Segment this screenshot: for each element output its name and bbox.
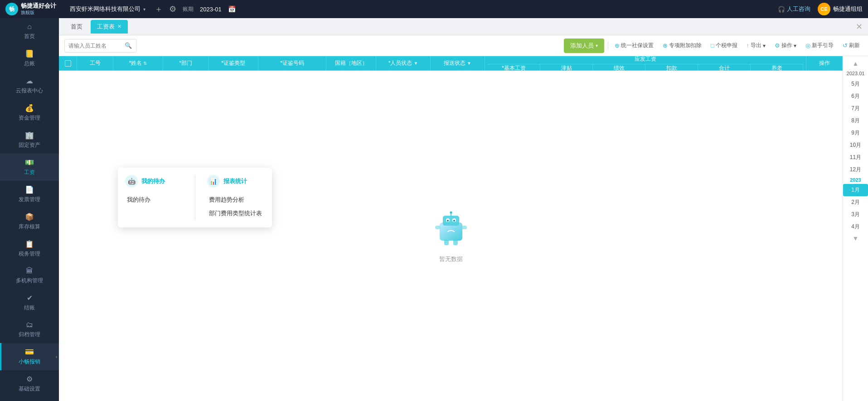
tab-salary-label: 工资表 <box>97 23 115 31</box>
month-item-7[interactable]: 7月 <box>843 102 868 115</box>
export-label: 导出 <box>751 42 761 49</box>
month-nav-up[interactable]: ▲ <box>843 58 868 69</box>
month-item-6[interactable]: 6月 <box>843 90 868 102</box>
month-item-12[interactable]: 12月 <box>843 164 868 176</box>
close-window-button[interactable]: ✕ <box>856 22 863 32</box>
month-item-11[interactable]: 11月 <box>843 151 868 164</box>
export-action[interactable]: ↑ 导出 ▾ <box>744 42 769 49</box>
month-item-1[interactable]: 1月 <box>843 184 868 196</box>
sidebar-item-salary[interactable]: 💵 工资 <box>0 154 59 181</box>
sidebar-label-fund: 资金管理 <box>19 114 40 122</box>
export-icon: ↑ <box>747 42 750 49</box>
month-item-3[interactable]: 3月 <box>843 208 868 221</box>
company-selector[interactable]: 西安虾米网络科技有限公司 ▾ <box>64 5 151 13</box>
right-panel: ▲ 2023.01 5月 6月 7月 8月 9月 10月 11月 12月 202… <box>843 56 868 401</box>
empty-state: 暂无数据 <box>431 209 471 263</box>
basic-icon: ⚙ <box>26 375 33 383</box>
operate-arrow-icon: ▾ <box>794 43 796 49</box>
sidebar-item-fund[interactable]: 💰 资金管理 <box>0 99 59 126</box>
avatar: CE <box>818 3 830 15</box>
sidebar-label-invoice: 发票管理 <box>19 196 40 203</box>
sidebar-item-fixed-assets[interactable]: 🏢 固定资产 <box>0 126 59 154</box>
month-item-4[interactable]: 4月 <box>843 221 868 233</box>
operate-label: 操作 <box>781 42 792 49</box>
sidebar-item-inventory[interactable]: 📦 库存核算 <box>0 208 59 235</box>
search-input[interactable] <box>68 43 123 49</box>
new-guide-icon: ◎ <box>805 42 810 49</box>
sidebar-item-archive[interactable]: 🗂 归档管理 <box>0 316 59 343</box>
month-item-5[interactable]: 5月 <box>843 78 868 90</box>
new-guide-action[interactable]: ◎ 新手引导 <box>803 42 836 49</box>
fixed-assets-icon: 🏢 <box>25 131 34 140</box>
popup-item-dept-expense[interactable]: 部门费用类型统计表 <box>207 207 265 220</box>
logo-area: 畅 畅捷通好会计 旗舰版 <box>5 2 64 16</box>
tab-home[interactable]: 首页 <box>64 20 89 34</box>
special-deduct-action[interactable]: ⊕ 专项附加扣除 <box>660 42 704 49</box>
name-sort-icon[interactable]: ⇅ <box>143 61 147 66</box>
sidebar-item-ledger[interactable]: 📒 总账 <box>0 45 59 72</box>
sidebar-label-home: 首页 <box>24 33 35 40</box>
customer-service-label: 人工咨询 <box>787 5 810 13</box>
sidebar-item-multi-org[interactable]: 🏛 多机构管理 <box>0 262 59 289</box>
add-person-button[interactable]: 添加人员 ▾ <box>564 39 604 53</box>
social-insurance-action[interactable]: ⊕ 统一社保设置 <box>612 42 656 49</box>
xiaochang-icon: 💳 <box>25 348 34 356</box>
refresh-action[interactable]: ↺ 刷新 <box>840 42 863 49</box>
chevron-right-icon: › <box>56 354 57 359</box>
sidebar-item-cloud-report[interactable]: ☁ 云报表中心 <box>0 72 59 99</box>
operate-action[interactable]: ⚙ 操作 ▾ <box>772 42 799 49</box>
th-ops: 操作 <box>806 56 843 70</box>
send-status-filter-icon[interactable]: ▼ <box>467 61 471 66</box>
sidebar-item-basic[interactable]: ⚙ 基础设置 <box>0 370 59 397</box>
th-cert-type: *证鉴类型 <box>209 56 258 70</box>
operate-icon: ⚙ <box>775 42 780 49</box>
toolbar-right: 添加人员 ▾ ⊕ 统一社保设置 ⊕ 专项附加扣除 □ 个税申报 ↑ <box>564 39 863 53</box>
toolbar: 🔍 添加人员 ▾ ⊕ 统一社保设置 ⊕ 专项附加扣除 □ 个税申报 <box>59 35 868 56</box>
calendar-icon[interactable]: 📅 <box>228 5 236 13</box>
month-item-10[interactable]: 10月 <box>843 139 868 151</box>
sidebar-item-tax[interactable]: 📋 税务管理 <box>0 235 59 262</box>
sidebar-item-home[interactable]: ⌂ 首页 <box>0 18 59 45</box>
month-item-9[interactable]: 9月 <box>843 127 868 139</box>
refresh-label: 刷新 <box>849 42 860 49</box>
export-arrow-icon: ▾ <box>763 43 766 49</box>
month-nav-down[interactable]: ▼ <box>843 233 868 244</box>
customer-service-button[interactable]: 🎧 人工咨询 <box>778 5 810 13</box>
select-all-checkbox[interactable] <box>65 60 71 67</box>
sidebar-item-settle[interactable]: ✔ 结账 <box>0 289 59 316</box>
th-dept: *部门 <box>163 56 209 70</box>
refresh-icon: ↺ <box>843 42 848 49</box>
user-name: 畅捷通组组 <box>833 5 863 13</box>
sidebar-item-invoice[interactable]: 📄 发票管理 <box>0 181 59 208</box>
tab-salary-table[interactable]: 工资表 ✕ <box>91 20 128 34</box>
popup-columns: 🤖 我的待办 我的待办 📊 报表统计 费用趋势分析 <box>125 175 265 220</box>
sidebar-item-xiaochang[interactable]: 💳 小畅报销 › <box>0 343 59 370</box>
logo-sub: 旗舰版 <box>21 10 56 16</box>
th-name: *姓名 ⇅ <box>113 56 163 70</box>
person-status-filter-icon[interactable]: ▼ <box>413 61 418 66</box>
user-info[interactable]: CE 畅捷通组组 <box>818 3 863 15</box>
month-item-8[interactable]: 8月 <box>843 115 868 127</box>
period-label: 账期 <box>183 5 194 13</box>
add-company-button[interactable]: ＋ <box>155 4 163 14</box>
cloud-icon: ☁ <box>26 77 33 85</box>
tab-home-label: 首页 <box>71 23 82 31</box>
settings-button[interactable]: ⚙ <box>169 4 176 14</box>
sidebar-label-archive: 归档管理 <box>19 331 40 338</box>
header-actions: ＋ ⚙ 账期 2023-01 📅 <box>155 4 236 14</box>
todo-icon: 🤖 <box>125 175 138 188</box>
personal-tax-label: 个税申报 <box>716 42 737 49</box>
month-item-2[interactable]: 2月 <box>843 196 868 208</box>
popup-item-expense-trend[interactable]: 费用趋势分析 <box>207 193 265 207</box>
ledger-icon: 📒 <box>25 49 34 58</box>
empty-illustration <box>433 211 469 247</box>
th-person-status: *人员状态 ▼ <box>376 56 431 70</box>
divider-1 <box>608 42 608 50</box>
social-insurance-icon: ⊕ <box>615 42 620 49</box>
tab-close-icon[interactable]: ✕ <box>117 24 121 29</box>
headset-icon: 🎧 <box>778 6 785 13</box>
th-checkbox[interactable] <box>59 56 77 70</box>
popup-item-my-todo[interactable]: 我的待办 <box>125 193 183 207</box>
sidebar-item-guide[interactable]: ▶ 新手引导 <box>0 397 59 401</box>
personal-tax-action[interactable]: □ 个税申报 <box>708 42 740 49</box>
